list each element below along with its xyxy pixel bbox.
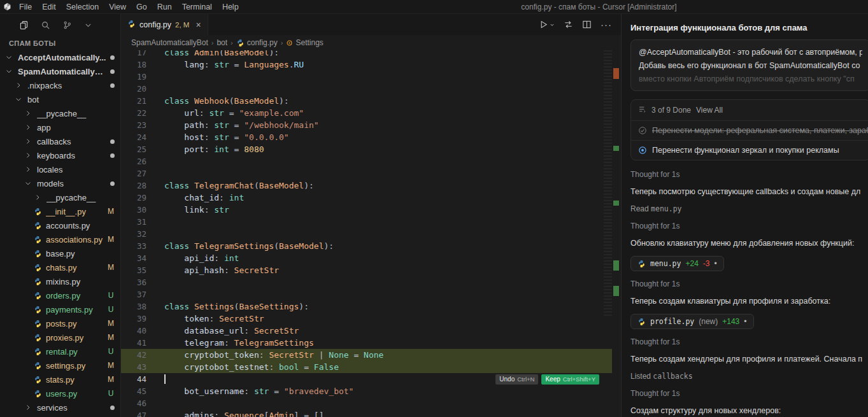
code-line-38[interactable]: 38class Settings(BaseSettings): bbox=[121, 300, 621, 313]
code-line-34[interactable]: 34 api_id: int bbox=[121, 252, 621, 264]
breadcrumb-item-config.py[interactable]: config.py bbox=[236, 38, 278, 47]
code-line-30[interactable]: 30 link: str bbox=[121, 204, 621, 216]
tree-file-base.py[interactable]: base.py bbox=[0, 246, 120, 260]
tree-file-chats.py[interactable]: chats.pyM bbox=[0, 260, 120, 274]
thought-toggle[interactable]: Thought for 1s bbox=[630, 337, 868, 346]
thought-toggle[interactable]: Thought for 1s bbox=[630, 389, 868, 398]
tree-file-settings.py[interactable]: settings.pyM bbox=[0, 358, 120, 372]
menu-run[interactable]: Run bbox=[152, 0, 177, 14]
thought-toggle[interactable]: Thought for 1s bbox=[630, 222, 868, 230]
todo-view-all-link[interactable]: View All bbox=[696, 106, 723, 115]
code-line-27[interactable]: 27 bbox=[121, 167, 621, 180]
tree-file-__init__.py[interactable]: __init__.pyM bbox=[0, 204, 120, 218]
code-line-21[interactable]: 21class Webhook(BaseModel): bbox=[121, 95, 621, 107]
code-line-33[interactable]: 33class TelegramSettings(BaseModel): bbox=[121, 240, 621, 252]
split-editor-icon[interactable] bbox=[582, 20, 592, 29]
menu-file[interactable]: File bbox=[14, 0, 37, 14]
tree-folder-keyboards[interactable]: keyboards bbox=[0, 148, 120, 162]
tree-file-mixins.py[interactable]: mixins.py bbox=[0, 274, 120, 288]
tree-folder-models[interactable]: models bbox=[0, 176, 120, 190]
tree-file-orders.py[interactable]: orders.pyU bbox=[0, 288, 120, 302]
tree-folder-bot[interactable]: bot bbox=[0, 92, 120, 106]
code-line-17[interactable]: 17class Admin(BaseModel): bbox=[121, 50, 621, 59]
menu-selection[interactable]: Selection bbox=[61, 0, 104, 14]
code-line-22[interactable]: 22 url: str = "example.com" bbox=[121, 107, 621, 119]
thought-toggle[interactable]: Thought for 1s bbox=[630, 279, 868, 288]
code-line-43[interactable]: 43 cryptobot_testnet: bool = False bbox=[121, 361, 621, 373]
edited-file-chip-menu.py[interactable]: menu.py+24-3• bbox=[630, 256, 724, 271]
code-line-35[interactable]: 35 api_hash: SecretStr bbox=[121, 264, 621, 276]
explorer-section-header[interactable]: СПАМ БОТЫ bbox=[0, 36, 120, 50]
breadcrumb-item-spamautomaticallybot[interactable]: SpamAutomaticallyBot bbox=[131, 38, 208, 47]
python-file-icon bbox=[34, 348, 43, 356]
source-control-icon[interactable] bbox=[62, 20, 72, 30]
modified-contents-dot bbox=[110, 83, 115, 88]
code-line-42[interactable]: 42 cryptobot_token: SecretStr | None = N… bbox=[121, 349, 621, 361]
tab-config-py[interactable]: config.py 2, M × bbox=[121, 14, 208, 35]
tree-file-accounts.py[interactable]: accounts.py bbox=[0, 218, 120, 232]
code-line-39[interactable]: 39 token: SecretStr bbox=[121, 313, 621, 325]
code-line-41[interactable]: 41 telegram: TelegramSettings bbox=[121, 337, 621, 349]
code-line-19[interactable]: 19 bbox=[121, 71, 621, 83]
code-line-20[interactable]: 20 bbox=[121, 83, 621, 95]
code-line-46[interactable]: 46 bbox=[121, 397, 621, 409]
menu-help[interactable]: Help bbox=[217, 0, 244, 14]
tool-call-read[interactable]: Read menu.py bbox=[630, 204, 868, 213]
tree-folder-services[interactable]: services bbox=[0, 400, 120, 414]
code-line-26[interactable]: 26 bbox=[121, 155, 621, 167]
code-area[interactable]: 17class Admin(BaseModel):18 lang: str = … bbox=[121, 50, 621, 417]
tree-file-rental.py[interactable]: rental.pyU bbox=[0, 344, 120, 358]
code-line-40[interactable]: 40 database_url: SecretStr bbox=[121, 325, 621, 337]
tree-file-payments.py[interactable]: payments.pyU bbox=[0, 302, 120, 316]
todo-header[interactable]: 3 of 9 Done View All bbox=[631, 100, 868, 120]
breadcrumb-item-bot[interactable]: bot bbox=[217, 38, 227, 47]
edited-file-chip-profile.py[interactable]: profile.py(new)+143• bbox=[630, 314, 754, 329]
user-message[interactable]: @AcceptAutomaticallyBot - это рабочий бо… bbox=[630, 39, 868, 91]
code-line-47[interactable]: 47 admins: Sequence[Admin] = [] bbox=[121, 409, 621, 417]
keep-diff-button[interactable]: KeepCtrl+Shift+Y bbox=[541, 374, 599, 385]
breadcrumb-item-settings[interactable]: Settings bbox=[286, 38, 323, 47]
code-line-31[interactable]: 31 bbox=[121, 216, 621, 228]
todo-item-current[interactable]: Перенести функционал зеркал и покупки ре… bbox=[631, 140, 868, 160]
code-line-29[interactable]: 29 chat_id: int bbox=[121, 192, 621, 204]
code-line-44[interactable]: 44UndoCtrl+NKeepCtrl+Shift+Y bbox=[121, 373, 621, 385]
tab-close-icon[interactable]: × bbox=[196, 20, 201, 30]
tree-file-proxies.py[interactable]: proxies.pyM bbox=[0, 330, 120, 344]
code-line-24[interactable]: 24 host: str = "0.0.0.0" bbox=[121, 131, 621, 143]
code-line-36[interactable]: 36 bbox=[121, 276, 621, 288]
todo-item-done[interactable]: Перенести модели: реферальная система, п… bbox=[631, 120, 868, 140]
tree-folder-.nixpacks[interactable]: .nixpacks bbox=[0, 78, 120, 92]
explorer-icon[interactable] bbox=[19, 20, 29, 30]
menu-edit[interactable]: Edit bbox=[37, 0, 61, 14]
tree-folder-callbacks[interactable]: callbacks bbox=[0, 134, 120, 148]
tree-file-posts.py[interactable]: posts.pyM bbox=[0, 316, 120, 330]
search-icon[interactable] bbox=[41, 20, 50, 30]
code-line-18[interactable]: 18 lang: str = Languages.RU bbox=[121, 59, 621, 71]
thought-toggle[interactable]: Thought for 1s bbox=[630, 170, 868, 179]
tool-call-listed[interactable]: Listed callbacks bbox=[630, 372, 868, 381]
tree-folder-app[interactable]: app bbox=[0, 120, 120, 134]
open-changes-icon[interactable] bbox=[564, 20, 573, 29]
tree-folder-__pycache__[interactable]: __pycache__ bbox=[0, 106, 120, 120]
code-line-45[interactable]: 45 bot_username: str = "bravedev_bot" bbox=[121, 385, 621, 397]
code-line-32[interactable]: 32 bbox=[121, 228, 621, 240]
tree-folder-locales[interactable]: locales bbox=[0, 162, 120, 176]
menu-go[interactable]: Go bbox=[131, 0, 152, 14]
tree-folder-__pycache__[interactable]: __pycache__ bbox=[0, 190, 120, 204]
code-line-23[interactable]: 23 path: str = "/webhook/main" bbox=[121, 119, 621, 131]
menu-terminal[interactable]: Terminal bbox=[177, 0, 217, 14]
run-python-file-button[interactable] bbox=[539, 20, 555, 29]
tree-folder-SpamAutomaticallyBot[interactable]: SpamAutomaticallyBot bbox=[0, 64, 120, 78]
more-actions-button[interactable]: ··· bbox=[601, 19, 612, 30]
chevron-down-icon[interactable] bbox=[84, 21, 92, 29]
tree-folder-AcceptAutomatically...[interactable]: AcceptAutomatically... bbox=[0, 50, 120, 64]
undo-diff-button[interactable]: UndoCtrl+N bbox=[495, 374, 538, 385]
minimap[interactable] bbox=[604, 50, 612, 417]
code-line-28[interactable]: 28class TelegramChat(BaseModel): bbox=[121, 180, 621, 192]
menu-view[interactable]: View bbox=[104, 0, 131, 14]
code-line-37[interactable]: 37 bbox=[121, 288, 621, 300]
tree-file-users.py[interactable]: users.pyU bbox=[0, 386, 120, 400]
code-line-25[interactable]: 25 port: int = 8080 bbox=[121, 143, 621, 155]
tree-file-associations.py[interactable]: associations.pyM bbox=[0, 232, 120, 246]
tree-file-stats.py[interactable]: stats.pyM bbox=[0, 372, 120, 386]
